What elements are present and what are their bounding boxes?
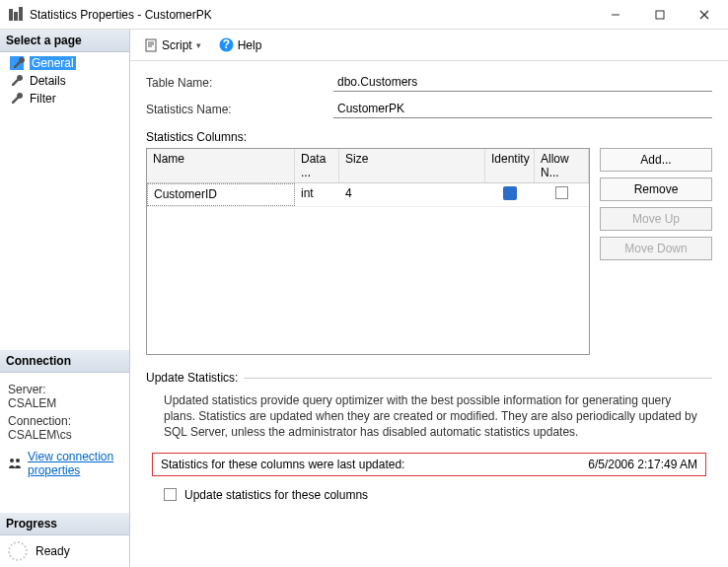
connection-label: Connection:: [8, 414, 121, 428]
page-item-filter[interactable]: Filter: [0, 90, 129, 107]
col-header-size[interactable]: Size: [339, 149, 485, 182]
button-column: Add... Remove Move Up Move Down: [600, 148, 712, 355]
cell-allow: [535, 183, 589, 206]
connection-value: CSALEM\cs: [8, 428, 121, 442]
page-label: General: [30, 56, 76, 70]
move-up-button[interactable]: Move Up: [600, 207, 712, 231]
col-header-allow[interactable]: Allow N...: [535, 149, 589, 182]
col-header-data[interactable]: Data ...: [295, 149, 339, 182]
minimize-button[interactable]: [593, 1, 637, 29]
progress-body: Ready: [0, 535, 129, 567]
last-updated-label: Statistics for these columns were last u…: [161, 458, 404, 471]
left-panel: Select a page General Details Filter Con…: [0, 30, 130, 567]
page-item-general[interactable]: General: [0, 54, 129, 72]
table-row[interactable]: CustomerID int 4: [147, 183, 589, 207]
table-name-input[interactable]: [333, 73, 712, 92]
help-button[interactable]: ? Help: [213, 35, 268, 55]
update-checkbox-label: Update statistics for these columns: [184, 488, 368, 502]
last-updated-box: Statistics for these columns were last u…: [152, 453, 706, 476]
cell-identity: [485, 183, 535, 206]
maximize-button[interactable]: [637, 1, 682, 29]
connection-header: Connection: [0, 350, 129, 373]
add-button[interactable]: Add...: [600, 148, 712, 172]
wrench-icon: [10, 56, 24, 70]
progress-spinner-icon: [8, 541, 28, 561]
svg-rect-2: [19, 7, 23, 21]
statistics-columns-label: Statistics Columns:: [146, 130, 712, 144]
wrench-icon: [10, 74, 24, 88]
update-checkbox-row[interactable]: Update statistics for these columns: [164, 488, 712, 502]
view-connection-row: View connection properties: [8, 450, 121, 477]
cell-data: int: [295, 183, 339, 206]
col-header-identity[interactable]: Identity: [485, 149, 535, 182]
svg-text:?: ?: [223, 37, 230, 51]
server-value: CSALEM: [8, 396, 121, 410]
people-icon: [8, 457, 22, 470]
svg-rect-4: [656, 11, 664, 19]
cell-size: 4: [339, 183, 485, 206]
svg-rect-9: [146, 39, 156, 51]
move-down-button[interactable]: Move Down: [600, 237, 712, 260]
wrench-icon: [10, 92, 24, 106]
cell-name: CustomerID: [147, 183, 295, 206]
progress-header: Progress: [0, 513, 129, 535]
page-label: Details: [30, 74, 66, 88]
statistics-name-input[interactable]: [333, 100, 712, 118]
svg-point-7: [10, 459, 14, 462]
svg-rect-1: [14, 12, 18, 21]
close-button[interactable]: [682, 1, 726, 29]
script-button[interactable]: Script: [138, 35, 207, 55]
columns-grid[interactable]: Name Data ... Size Identity Allow N... C…: [146, 148, 590, 355]
server-label: Server:: [8, 383, 121, 396]
col-header-name[interactable]: Name: [147, 149, 295, 182]
update-statistics-header: Update Statistics:: [146, 371, 238, 385]
help-label: Help: [238, 38, 262, 52]
update-statistics-section: Update Statistics: Updated statistics pr…: [146, 371, 712, 502]
checkbox-checked-icon: [503, 186, 517, 200]
script-icon: [144, 38, 158, 52]
svg-point-8: [16, 459, 20, 462]
update-checkbox[interactable]: [164, 488, 177, 501]
titlebar: Statistics Properties - CustomerPK: [0, 0, 728, 30]
svg-rect-0: [9, 9, 13, 21]
select-page-header: Select a page: [0, 30, 129, 52]
statistics-name-label: Statistics Name:: [146, 103, 333, 116]
right-panel: Script ? Help Table Name: Statistics Nam…: [130, 30, 728, 567]
page-item-details[interactable]: Details: [0, 72, 129, 90]
app-icon: [8, 7, 24, 23]
content-area: Table Name: Statistics Name: Statistics …: [130, 61, 728, 567]
remove-button[interactable]: Remove: [600, 177, 712, 201]
toolbar: Script ? Help: [130, 30, 728, 61]
page-list: General Details Filter: [0, 52, 129, 109]
update-statistics-description: Updated statistics provide query optimiz…: [164, 392, 702, 441]
window-title: Statistics Properties - CustomerPK: [30, 8, 593, 22]
page-label: Filter: [30, 92, 56, 106]
grid-header: Name Data ... Size Identity Allow N...: [147, 149, 589, 183]
progress-status: Ready: [36, 544, 70, 558]
script-label: Script: [162, 38, 192, 52]
last-updated-value: 6/5/2006 2:17:49 AM: [588, 458, 697, 471]
table-name-label: Table Name:: [146, 76, 333, 90]
connection-body: Server: CSALEM Connection: CSALEM\cs Vie…: [0, 373, 129, 483]
help-icon: ?: [219, 37, 234, 52]
checkbox-unchecked-icon: [555, 186, 568, 199]
view-connection-link[interactable]: View connection properties: [28, 450, 121, 477]
